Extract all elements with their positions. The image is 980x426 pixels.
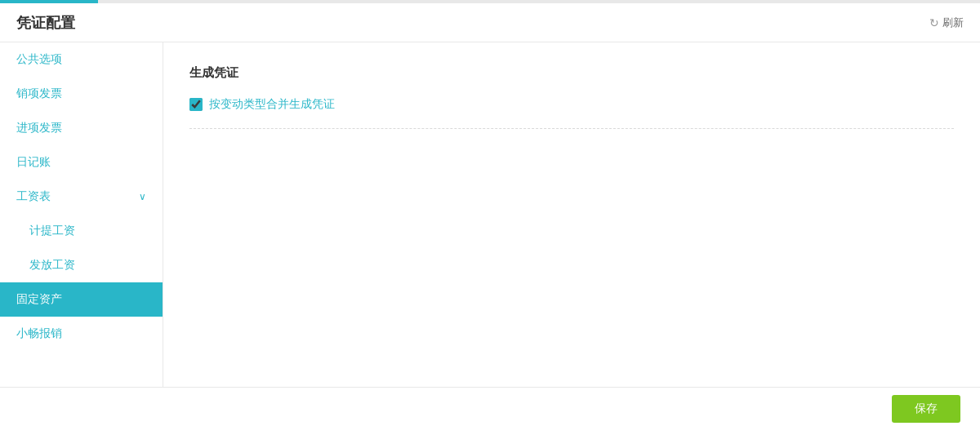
section-title: 生成凭证 (189, 65, 954, 81)
section-divider (189, 128, 954, 129)
refresh-icon: ↻ (929, 16, 939, 29)
sidebar-item-label-7: 固定资产 (16, 292, 62, 307)
checkbox-row: 按变动类型合并生成凭证 (189, 97, 954, 112)
top-tab-bar (0, 0, 980, 3)
sidebar-item-label-2: 进项发票 (16, 121, 62, 135)
top-tab-active-indicator (0, 0, 98, 3)
content-area: 生成凭证 按变动类型合并生成凭证 (163, 42, 980, 387)
sidebar-item-label-5: 计提工资 (29, 224, 75, 238)
main-layout: 公共选项销项发票进项发票日记账工资表∨计提工资发放工资固定资产小畅报销 生成凭证… (0, 42, 980, 387)
sidebar-item-3[interactable]: 日记账 (0, 145, 163, 180)
page-footer: 保存 (0, 387, 980, 426)
sidebar-item-label-6: 发放工资 (29, 258, 75, 273)
sidebar-item-5[interactable]: 计提工资 (0, 214, 163, 248)
sidebar: 公共选项销项发票进项发票日记账工资表∨计提工资发放工资固定资产小畅报销 (0, 42, 163, 387)
save-button[interactable]: 保存 (892, 395, 960, 423)
merge-voucher-checkbox[interactable] (189, 98, 203, 111)
refresh-label: 刷新 (942, 16, 964, 30)
sidebar-item-7[interactable]: 固定资产 (0, 282, 163, 317)
sidebar-item-label-8: 小畅报销 (16, 326, 62, 341)
sidebar-item-4[interactable]: 工资表∨ (0, 180, 163, 214)
sidebar-item-1[interactable]: 销项发票 (0, 77, 163, 111)
sidebar-item-2[interactable]: 进项发票 (0, 111, 163, 145)
sidebar-item-label-4: 工资表 (16, 189, 51, 204)
sidebar-item-label-1: 销项发票 (16, 87, 62, 101)
page-title: 凭证配置 (16, 13, 75, 33)
sidebar-item-8[interactable]: 小畅报销 (0, 317, 163, 351)
sidebar-item-label-0: 公共选项 (16, 52, 62, 67)
sidebar-item-0[interactable]: 公共选项 (0, 42, 163, 77)
chevron-down-icon: ∨ (139, 191, 146, 202)
merge-voucher-label[interactable]: 按变动类型合并生成凭证 (209, 97, 335, 112)
sidebar-item-label-3: 日记账 (16, 155, 51, 170)
page-header: 凭证配置 ↻ 刷新 (0, 3, 980, 42)
refresh-button[interactable]: ↻ 刷新 (929, 16, 964, 30)
sidebar-item-6[interactable]: 发放工资 (0, 248, 163, 282)
